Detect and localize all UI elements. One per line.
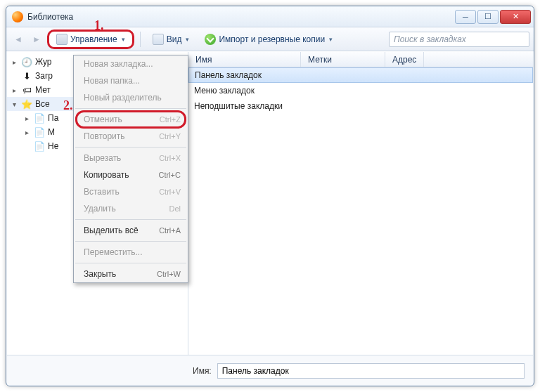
search-placeholder: Поиск в закладках [394,34,466,44]
col-name[interactable]: Имя [188,52,301,67]
bookmark-list[interactable]: Панель закладокМеню закладокНеподшитые з… [188,67,533,114]
menu-item-shortcut: Ctrl+Y [159,132,181,141]
folder-icon: ⭐ [21,98,32,110]
sidebar-item-label: Жур [35,57,51,67]
manage-icon [56,34,68,45]
manage-menu[interactable]: Новая закладка...Новая папка...Новый раз… [73,55,188,283]
view-button[interactable]: Вид ▾ [146,31,196,48]
back-button[interactable]: ◄ [11,32,26,47]
col-address[interactable]: Адрес [385,52,424,67]
folder-icon: 📄 [34,112,45,124]
menu-separator [75,108,186,109]
menu-item: УдалитьDel [74,200,188,217]
menu-item: ОтменитьCtrl+Z [74,111,188,128]
details-pane: Имя: [7,355,533,386]
menu-item-label: Удалить [84,204,163,214]
menu-item[interactable]: Выделить всёCtrl+A [74,222,188,239]
list-item[interactable]: Меню закладок [188,83,533,98]
menu-item-label: Новая папка... [84,76,181,86]
folder-icon: ⬇ [21,70,32,81]
menu-item: ПовторитьCtrl+Y [74,128,188,145]
firefox-icon [12,11,23,22]
sidebar-item-label: Не [48,141,58,151]
twisty-icon: ▸ [22,115,31,122]
minimize-button[interactable]: ─ [455,10,476,24]
chevron-down-icon: ▾ [329,36,333,43]
list-item[interactable]: Неподшитые закладки [188,98,533,114]
menu-item-label: Новая закладка... [84,59,181,69]
name-field[interactable] [217,363,525,379]
twisty-icon: ▸ [10,58,18,66]
chevron-down-icon: ▾ [122,36,125,43]
menu-item-label: Переместить... [84,247,181,257]
menu-item-label: Повторить [84,131,153,141]
sidebar-item-label: М [48,127,55,137]
maximize-button[interactable]: ☐ [477,10,499,24]
menu-item-shortcut: Ctrl+C [159,171,181,179]
menu-item-label: Выделить всё [84,226,153,235]
menu-item-shortcut: Ctrl+X [159,154,181,162]
folder-icon: 🏷 [21,84,32,96]
twisty-icon: ▸ [10,86,18,94]
menu-item: ВставитьCtrl+V [74,183,188,200]
menu-item-shortcut: Ctrl+W [157,270,181,278]
toolbar: ◄ ► Управление ▾ Вид ▾ Импорт и резервны… [6,27,534,51]
folder-icon: 🕘 [21,56,32,67]
view-label: Вид [167,34,182,44]
sidebar-item-label: Все [35,99,50,109]
menu-item: Переместить... [74,244,188,261]
menu-item-label: Вставить [84,187,153,197]
titlebar[interactable]: Библиотека ─ ☐ ✕ [6,6,534,27]
menu-item-shortcut: Del [169,204,181,213]
folder-icon: 📄 [34,141,45,152]
menu-separator [75,263,186,263]
forward-button[interactable]: ► [29,32,44,47]
menu-item: Новая закладка... [74,55,188,72]
menu-separator [75,147,186,148]
search-input[interactable]: Поиск в закладках [389,32,529,47]
annotation-2: 2. [63,98,73,113]
sidebar-item-label: Мет [35,85,51,95]
manage-label: Управление [70,34,117,44]
import-button[interactable]: Импорт и резервные копии ▾ [198,31,339,48]
close-button[interactable]: ✕ [500,10,531,24]
column-headers[interactable]: Имя Метки Адрес [188,52,533,67]
menu-separator [75,241,186,242]
name-field-label: Имя: [193,366,212,376]
folder-icon: 📄 [34,126,45,138]
main-panel: Имя Метки Адрес Панель закладокМеню закл… [188,52,533,355]
menu-item: Новый разделитель [74,89,188,106]
chevron-down-icon: ▾ [186,36,189,43]
manage-button[interactable]: Управление ▾ [47,30,134,49]
menu-item-label: Копировать [84,170,153,180]
menu-item-shortcut: Ctrl+V [159,188,181,196]
view-icon [153,34,164,45]
menu-separator [75,219,186,220]
list-item[interactable]: Панель закладок [188,67,533,83]
menu-item[interactable]: ЗакрытьCtrl+W [74,266,188,282]
menu-item: ВырезатьCtrl+X [74,150,188,166]
menu-item: Новая папка... [74,72,188,89]
separator [140,32,141,47]
window-buttons: ─ ☐ ✕ [455,10,531,24]
menu-item-shortcut: Ctrl+A [159,226,181,235]
menu-item-label: Вырезать [84,153,153,163]
twisty-icon: ▸ [22,129,31,136]
menu-item-shortcut: Ctrl+Z [160,115,181,124]
twisty-icon: ▾ [10,100,18,108]
window-title: Библиотека [27,12,73,22]
menu-item-label: Отменить [84,115,154,124]
col-tags[interactable]: Метки [301,52,385,67]
annotation-1: 1. [94,18,104,33]
menu-item[interactable]: КопироватьCtrl+C [74,166,188,183]
sidebar-item-label: Па [48,113,58,123]
menu-item-label: Закрыть [84,269,151,279]
menu-item-label: Новый разделитель [84,93,181,103]
import-label: Импорт и резервные копии [219,34,325,44]
import-icon [205,34,216,45]
sidebar-item-label: Загр [35,71,53,81]
